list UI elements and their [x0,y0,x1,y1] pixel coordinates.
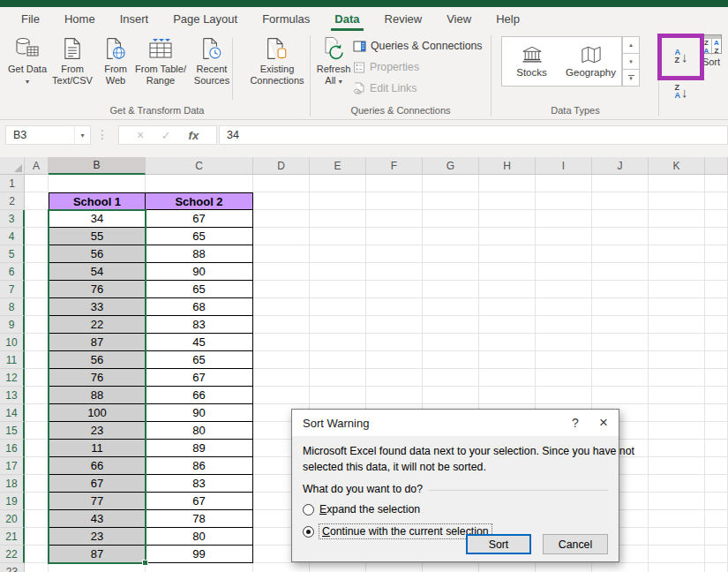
cell-B19[interactable]: 77 [49,493,146,510]
cell-I23[interactable] [536,563,592,572]
cell-H8[interactable] [479,298,536,316]
sort-button[interactable]: Sort [466,534,531,554]
cell-F6[interactable] [366,263,423,281]
cell-B9[interactable]: 22 [49,316,146,334]
queries-connections-button[interactable]: Queries & Connections [353,37,482,55]
row-header-5[interactable]: 5 [0,245,25,263]
cell-K4[interactable] [649,228,705,245]
row-header-17[interactable]: 17 [0,457,25,475]
cell-K3[interactable] [649,210,705,228]
cell-A8[interactable] [25,298,49,316]
from-web-button[interactable]: From Web [97,33,134,114]
stocks-button[interactable]: Stocks [502,37,561,86]
from-text-csv-button[interactable]: From Text/CSV [48,33,97,114]
cell-J23[interactable] [592,563,649,572]
existing-connections-button[interactable]: Existing Connections [244,33,311,114]
column-header-E[interactable]: E [310,157,366,175]
cell-J6[interactable] [592,263,649,281]
cell-A22[interactable] [25,546,49,563]
cell-G10[interactable] [423,334,479,351]
cell-partial-23[interactable] [705,563,728,572]
cell-D12[interactable] [253,369,310,387]
cell-partial-5[interactable] [705,245,728,263]
cell-K6[interactable] [649,263,705,281]
row-header-18[interactable]: 18 [0,475,25,493]
column-header-B[interactable]: B [49,157,146,175]
tab-home[interactable]: Home [52,7,108,31]
cell-D3[interactable] [253,210,310,228]
column-header-J[interactable]: J [592,157,649,175]
cell-A9[interactable] [25,316,49,334]
cell-partial-10[interactable] [705,334,728,351]
cell-B6[interactable]: 54 [49,263,146,281]
cell-C7[interactable]: 65 [146,281,253,298]
cell-I4[interactable] [536,228,592,245]
row-header-9[interactable]: 9 [0,316,25,334]
row-header-21[interactable]: 21 [0,528,25,546]
cell-G2[interactable] [423,192,479,210]
cell-C15[interactable]: 80 [146,422,253,440]
cell-partial-20[interactable] [705,510,728,528]
cell-B15[interactable]: 23 [49,422,146,440]
cell-B12[interactable]: 76 [49,369,146,387]
radio-unselected-icon[interactable] [303,504,314,516]
cell-E8[interactable] [310,298,366,316]
cell-A14[interactable] [25,404,49,422]
cell-partial-12[interactable] [705,369,728,387]
cell-C12[interactable]: 67 [146,369,253,387]
cell-K15[interactable] [649,422,705,440]
cell-K2[interactable] [649,192,705,210]
cell-B20[interactable]: 43 [49,510,146,528]
row-header-1[interactable]: 1 [0,175,25,192]
cell-E23[interactable] [310,563,366,572]
cell-F1[interactable] [366,175,423,192]
cell-B1[interactable] [49,175,146,192]
cell-I1[interactable] [536,175,592,192]
cell-I10[interactable] [536,334,592,351]
cell-G3[interactable] [423,210,479,228]
sort-dialog-button[interactable]: Z A A Z Sort [695,34,727,67]
cell-partial-17[interactable] [705,457,728,475]
column-header-C[interactable]: C [146,157,253,175]
cell-E13[interactable] [310,387,366,404]
cell-K11[interactable] [649,351,705,369]
cell-E9[interactable] [310,316,366,334]
cell-A2[interactable] [25,192,49,210]
from-table-range-button[interactable]: From Table/ Range [134,33,187,114]
cell-K19[interactable] [649,493,705,510]
cell-K16[interactable] [649,440,705,457]
cell-E6[interactable] [310,263,366,281]
gallery-more-button[interactable]: ▾ [622,70,640,87]
cell-B21[interactable]: 23 [49,528,146,546]
row-header-2[interactable]: 2 [0,192,25,210]
cell-H9[interactable] [479,316,536,334]
cell-F2[interactable] [366,192,423,210]
cell-B14[interactable]: 100 [49,404,146,422]
column-header-G[interactable]: G [423,157,479,175]
cell-G4[interactable] [423,228,479,245]
cell-C18[interactable]: 83 [146,475,253,493]
cell-H2[interactable] [479,192,536,210]
column-header-partial[interactable] [705,157,728,175]
cell-F9[interactable] [366,316,423,334]
cell-C1[interactable] [146,175,253,192]
cell-H7[interactable] [479,281,536,298]
cell-F4[interactable] [366,228,423,245]
tab-review[interactable]: Review [372,7,435,31]
cell-J8[interactable] [592,298,649,316]
cell-A3[interactable] [25,210,49,228]
cell-H10[interactable] [479,334,536,351]
tab-data[interactable]: Data [322,7,372,31]
cell-A10[interactable] [25,334,49,351]
cell-I12[interactable] [536,369,592,387]
cell-A23[interactable] [25,563,49,572]
cell-partial-16[interactable] [705,440,728,457]
row-header-8[interactable]: 8 [0,298,25,316]
cell-H12[interactable] [479,369,536,387]
cell-D6[interactable] [253,263,310,281]
cell-E4[interactable] [310,228,366,245]
cell-B22[interactable]: 87 [49,546,146,563]
cell-H5[interactable] [479,245,536,263]
gallery-up-button[interactable]: ▴ [622,36,640,54]
cell-A19[interactable] [25,493,49,510]
